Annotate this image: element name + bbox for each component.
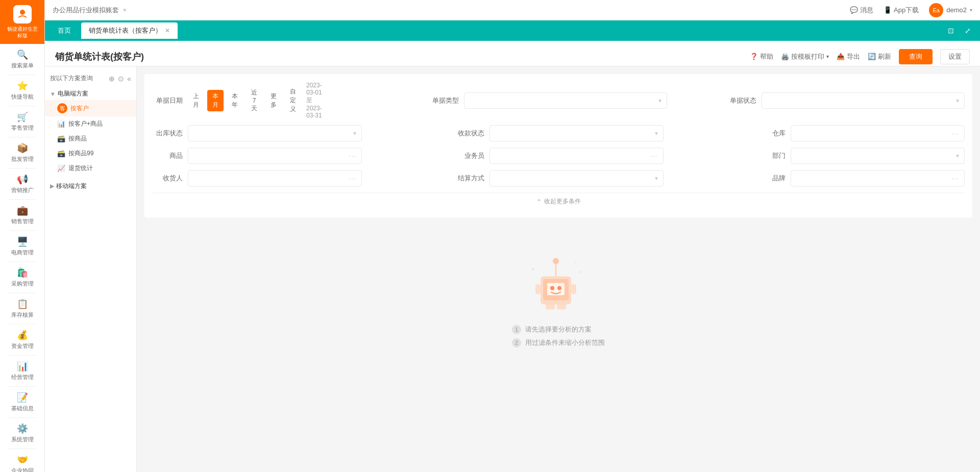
date-btn-custom[interactable]: 自定义 bbox=[285, 85, 301, 115]
collapse-btn[interactable]: ⌃ 收起更多条件 bbox=[152, 193, 965, 210]
sidebar-item-quick-nav-label: 快捷导航 bbox=[11, 93, 34, 101]
consignee-dots-icon: ··· bbox=[349, 174, 356, 182]
tab-home-label: 首页 bbox=[58, 26, 71, 35]
print-icon: 🖨️ bbox=[781, 53, 789, 60]
help-btn[interactable]: ❓ 帮助 bbox=[750, 52, 773, 61]
out-status-control[interactable]: ▾ bbox=[188, 125, 362, 141]
settings-btn[interactable]: 设置 bbox=[940, 49, 970, 64]
message-btn[interactable]: 💬 消息 bbox=[850, 6, 873, 15]
tip-num-1: 1 bbox=[512, 325, 521, 334]
salesperson-control[interactable]: ··· bbox=[489, 148, 664, 164]
goods-control[interactable]: ··· bbox=[188, 148, 362, 164]
breadcrumb-area: 办公用品行业模拟账套 ▾ bbox=[53, 6, 127, 15]
template-print-btn[interactable]: 🖨️ 按模板打印 ▾ bbox=[781, 52, 829, 61]
sidebar-item-inventory[interactable]: 📋 库存核算 bbox=[9, 293, 36, 324]
scheme-item-return-stats[interactable]: 📈 退货统计 bbox=[45, 161, 136, 176]
collect-status-label: 收款状态 bbox=[454, 129, 484, 138]
date-btn-this-month[interactable]: 本月 bbox=[207, 90, 224, 111]
sidebar-item-search-menu[interactable]: 🔍 搜索菜单 bbox=[9, 44, 36, 75]
message-icon: 💬 bbox=[850, 6, 858, 14]
brand-label: 品牌 bbox=[755, 174, 786, 183]
sidebar-item-retail-mgmt-icon: 🛒 bbox=[17, 111, 28, 123]
scheme-group-desktop-header[interactable]: ▼ 电脑端方案 bbox=[45, 87, 136, 100]
salesperson-label: 业务员 bbox=[454, 151, 484, 160]
page-actions: ❓ 帮助 🖨️ 按模板打印 ▾ 📤 导出 🔄 刷新 查询 设置 bbox=[750, 49, 970, 64]
salesperson-dots-icon: ··· bbox=[650, 152, 658, 160]
sidebar-item-marketing-icon: 📢 bbox=[17, 174, 28, 185]
doc-status-control[interactable]: ▾ bbox=[762, 92, 965, 109]
export-icon: 📤 bbox=[837, 53, 845, 60]
logo-icon bbox=[13, 5, 32, 23]
scheme-item-by-customer-label: 按客户 bbox=[70, 104, 89, 113]
sidebar-item-ops-mgmt[interactable]: 📊 经营管理 bbox=[9, 356, 36, 387]
sidebar-item-enterprise-coop[interactable]: 🤝 企业协同 bbox=[9, 449, 36, 472]
tab-close-icon[interactable]: ✕ bbox=[165, 27, 170, 34]
goods-dots-icon: ··· bbox=[349, 152, 356, 160]
print-dropdown-arrow: ▾ bbox=[826, 54, 829, 59]
tab-sales-stats[interactable]: 销货单统计表（按客户） ✕ bbox=[81, 22, 178, 39]
sidebar-item-basic-info-icon: 📝 bbox=[17, 392, 28, 403]
svg-rect-6 bbox=[535, 284, 541, 294]
user-menu-btn[interactable]: Ea demo2 ▾ bbox=[929, 3, 972, 17]
tab-maximize-icon[interactable]: ⤢ bbox=[961, 27, 975, 35]
top-header: 办公用品行业模拟账套 ▾ 💬 消息 📱 App下载 Ea demo2 ▾ bbox=[45, 0, 980, 20]
date-btn-this-year[interactable]: 本年 bbox=[227, 90, 243, 111]
tip-text-1: 请先选择要分析的方案 bbox=[525, 325, 592, 334]
scheme-item-by-goods[interactable]: 🗃️ 按商品 bbox=[45, 131, 136, 146]
sidebar-item-wholesale-mgmt[interactable]: 📦 批发管理 bbox=[9, 137, 36, 169]
sidebar-item-retail-mgmt[interactable]: 🛒 零售管理 bbox=[9, 106, 36, 137]
sidebar-item-basic-info[interactable]: 📝 基础信息 bbox=[9, 387, 36, 418]
svg-point-4 bbox=[550, 286, 554, 290]
sidebar-item-marketing[interactable]: 📢 营销推广 bbox=[9, 169, 36, 200]
scheme-group-mobile-header[interactable]: ▶ 移动端方案 bbox=[45, 180, 136, 193]
scheme-collapse-btn[interactable]: « bbox=[127, 75, 131, 83]
scheme-header-actions: ⊕ ⊙ « bbox=[109, 75, 131, 83]
sidebar-item-sales-mgmt[interactable]: 💼 销售管理 bbox=[9, 200, 36, 231]
sidebar-item-ecom-mgmt[interactable]: 🖥️ 电商管理 bbox=[9, 231, 36, 262]
scheme-item-by-customer-avatar: 客 bbox=[57, 103, 67, 113]
dept-control[interactable]: ▾ bbox=[791, 148, 965, 164]
scheme-panel: 按以下方案查询 ⊕ ⊙ « ▼ 电脑端方案 客 按客户 bbox=[45, 66, 137, 472]
query-btn[interactable]: 查询 bbox=[899, 49, 933, 64]
scheme-header: 按以下方案查询 ⊕ ⊙ « bbox=[45, 72, 136, 85]
app-download-btn[interactable]: 📱 App下载 bbox=[884, 6, 919, 15]
refresh-btn[interactable]: 🔄 刷新 bbox=[868, 52, 891, 61]
sidebar-item-finance-mgmt[interactable]: 💰 资金管理 bbox=[9, 324, 36, 356]
date-btn-more[interactable]: 更多 bbox=[265, 90, 282, 111]
sidebar-item-system-mgmt[interactable]: ⚙️ 系统管理 bbox=[9, 418, 36, 449]
scheme-item-by-customer[interactable]: 客 按客户 bbox=[45, 100, 136, 116]
export-btn[interactable]: 📤 导出 bbox=[837, 52, 860, 61]
collapse-label: 收起更多条件 bbox=[544, 197, 581, 206]
sidebar-item-ecom-mgmt-icon: 🖥️ bbox=[17, 236, 28, 247]
doc-type-control[interactable]: ▾ bbox=[464, 92, 667, 109]
settlement-control[interactable]: ▾ bbox=[489, 170, 664, 186]
scheme-item-by-customer-goods-label: 按客户+商品 bbox=[68, 120, 103, 128]
sidebar-item-quick-nav[interactable]: ⭐ 快捷导航 bbox=[9, 75, 36, 106]
collect-status-control[interactable]: ▾ bbox=[489, 125, 664, 141]
help-icon: ❓ bbox=[750, 53, 758, 60]
sidebar-item-marketing-label: 营销推广 bbox=[11, 186, 34, 194]
brand-control[interactable]: ··· bbox=[791, 170, 965, 186]
date-btn-last-7[interactable]: 近7天 bbox=[246, 86, 262, 115]
doc-status-arrow-icon: ▾ bbox=[956, 97, 959, 104]
sidebar-item-purchase-mgmt[interactable]: 🛍️ 采购管理 bbox=[9, 262, 36, 293]
doc-type-arrow-icon: ▾ bbox=[658, 97, 662, 104]
date-btn-last-month[interactable]: 上月 bbox=[188, 90, 204, 111]
download-icon: 📱 bbox=[884, 6, 892, 14]
scheme-item-by-customer-goods[interactable]: 📊 按客户+商品 bbox=[45, 116, 136, 131]
app-logo: 畅捷通好生意 标版 bbox=[0, 0, 45, 44]
scheme-add-btn[interactable]: ⊕ bbox=[109, 75, 115, 83]
svg-text:✦: ✦ bbox=[579, 269, 583, 275]
scheme-edit-btn[interactable]: ⊙ bbox=[118, 75, 124, 83]
scheme-item-by-goods-99[interactable]: 🗃️ 按商品99 bbox=[45, 146, 136, 161]
warehouse-control[interactable]: ··· bbox=[791, 125, 965, 141]
tab-home[interactable]: 首页 bbox=[50, 22, 79, 39]
tip-text-2: 用过滤条件来缩小分析范围 bbox=[525, 338, 605, 347]
consignee-control[interactable]: ··· bbox=[188, 170, 362, 186]
empty-tip-2: 2 用过滤条件来缩小分析范围 bbox=[512, 338, 605, 347]
empty-tips: 1 请先选择要分析的方案 2 用过滤条件来缩小分析范围 bbox=[512, 325, 605, 351]
tab-minimize-icon[interactable]: ⊡ bbox=[944, 27, 958, 35]
sidebar: 畅捷通好生意 标版 🔍 搜索菜单 ⭐ 快捷导航 🛒 零售管理 📦 批发管理 📢 … bbox=[0, 0, 45, 472]
breadcrumb-arrow: ▾ bbox=[123, 6, 127, 14]
scheme-item-return-stats-label: 退货统计 bbox=[68, 164, 93, 173]
